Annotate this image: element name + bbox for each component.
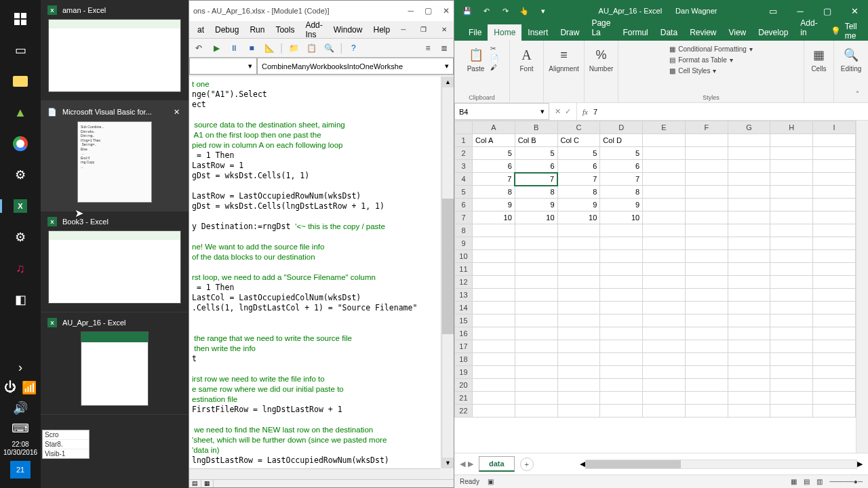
cell[interactable] <box>728 173 770 186</box>
tab-file[interactable]: File <box>462 24 488 41</box>
cell[interactable] <box>600 302 643 314</box>
cell[interactable]: 5 <box>472 147 515 160</box>
page-layout-view-icon[interactable]: ▤ <box>804 478 810 485</box>
cell[interactable] <box>685 199 728 211</box>
vertical-scrollbar[interactable] <box>856 121 868 453</box>
cell[interactable] <box>515 340 557 353</box>
cell[interactable] <box>770 211 813 224</box>
clock[interactable]: 22:08 10/30/2016 <box>3 441 37 457</box>
row-header[interactable]: 15 <box>455 314 473 327</box>
cell[interactable] <box>813 263 856 276</box>
cell[interactable] <box>515 392 557 405</box>
row-header[interactable]: 2 <box>455 147 473 160</box>
cell[interactable] <box>515 366 557 379</box>
cell[interactable] <box>515 314 557 327</box>
cell[interactable] <box>557 340 600 353</box>
tab-view[interactable]: View <box>722 24 752 41</box>
cell[interactable]: 9 <box>557 199 600 211</box>
cell[interactable] <box>728 302 770 314</box>
close-icon[interactable]: ✕ <box>443 6 450 16</box>
cell[interactable] <box>685 211 728 224</box>
tab-developer[interactable]: Develop <box>752 24 794 41</box>
mdi-restore-icon[interactable]: ❐ <box>415 24 432 35</box>
cell[interactable]: 9 <box>515 199 557 211</box>
cell[interactable] <box>643 147 686 160</box>
maximize-icon[interactable]: ▢ <box>425 6 432 16</box>
editing-group-button[interactable]: 🔍Editing <box>838 43 865 75</box>
cell[interactable] <box>643 314 686 327</box>
switcher-item-book3[interactable]: XBook3 - Excel <box>41 211 189 312</box>
cell[interactable]: 5 <box>515 147 557 160</box>
cell[interactable] <box>643 186 686 199</box>
cell[interactable]: 10 <box>557 211 600 224</box>
cell[interactable] <box>770 340 813 353</box>
cell[interactable] <box>813 237 856 250</box>
cell-styles-button[interactable]: ▩Cell Styles▾ <box>668 66 717 75</box>
vba-code-pane[interactable]: t one nge("A1").Select ect source data t… <box>189 77 440 468</box>
cell[interactable] <box>472 366 515 379</box>
cell[interactable] <box>600 353 643 366</box>
macro-record-icon[interactable]: ▣ <box>488 478 494 485</box>
name-box[interactable]: B4▾ <box>454 103 549 120</box>
cell[interactable] <box>813 314 856 327</box>
cell[interactable] <box>685 250 728 263</box>
cell[interactable] <box>643 237 686 250</box>
cell[interactable] <box>472 237 515 250</box>
cell[interactable] <box>770 199 813 211</box>
column-header[interactable]: C <box>557 121 600 134</box>
cell[interactable] <box>643 276 686 289</box>
column-header[interactable]: B <box>515 121 557 134</box>
cell[interactable] <box>728 353 770 366</box>
row-header[interactable]: 4 <box>455 173 473 186</box>
tab-review[interactable]: Review <box>684 24 722 41</box>
cell[interactable] <box>770 224 813 237</box>
cell[interactable] <box>813 392 856 405</box>
scrollbar-thumb[interactable] <box>586 460 681 468</box>
cell[interactable]: 8 <box>472 186 515 199</box>
menu-help[interactable]: Help <box>368 23 395 37</box>
cell[interactable]: Col B <box>515 134 557 147</box>
cell[interactable] <box>813 134 856 147</box>
tab-home[interactable]: Home <box>488 24 521 41</box>
cell[interactable] <box>728 224 770 237</box>
paste-button[interactable]: 📋 Paste <box>465 43 488 75</box>
cell[interactable] <box>813 276 856 289</box>
cell[interactable] <box>515 405 557 418</box>
cell[interactable] <box>770 379 813 392</box>
cell[interactable] <box>728 199 770 211</box>
cell[interactable] <box>813 353 856 366</box>
alignment-group-button[interactable]: ≡Alignment <box>546 43 581 75</box>
procedure-view-icon[interactable]: ▤ <box>189 480 201 487</box>
cell[interactable] <box>600 366 643 379</box>
cell[interactable] <box>472 327 515 340</box>
row-header[interactable]: 17 <box>455 340 473 353</box>
cell[interactable] <box>685 327 728 340</box>
cell[interactable] <box>643 353 686 366</box>
cell[interactable] <box>472 263 515 276</box>
menu-run[interactable]: Run <box>244 23 270 37</box>
tab-addins[interactable]: Add-in <box>794 15 823 41</box>
select-all-corner[interactable] <box>455 121 473 134</box>
scroll-left-icon[interactable]: ◀ <box>580 460 585 468</box>
cell[interactable] <box>600 250 643 263</box>
cell[interactable] <box>728 289 770 302</box>
cell[interactable] <box>472 353 515 366</box>
row-header[interactable]: 16 <box>455 327 473 340</box>
cell[interactable] <box>515 250 557 263</box>
cell[interactable] <box>515 237 557 250</box>
undo-button[interactable]: ↶ <box>192 41 205 55</box>
spreadsheet-grid[interactable]: ABCDEFGHI1Col ACol BCol CCol D2555536666… <box>454 121 856 453</box>
cell[interactable]: 5 <box>557 147 600 160</box>
cell[interactable] <box>685 302 728 314</box>
cell[interactable] <box>770 405 813 418</box>
cell[interactable] <box>770 289 813 302</box>
tellme-input[interactable]: Tell me <box>845 22 857 41</box>
cell[interactable] <box>557 263 600 276</box>
app-icon[interactable]: ▲ <box>5 99 35 126</box>
cell[interactable] <box>728 160 770 173</box>
cell[interactable] <box>770 160 813 173</box>
cell[interactable] <box>643 263 686 276</box>
cell[interactable] <box>557 392 600 405</box>
row-header[interactable]: 11 <box>455 263 473 276</box>
cell[interactable]: 6 <box>557 160 600 173</box>
